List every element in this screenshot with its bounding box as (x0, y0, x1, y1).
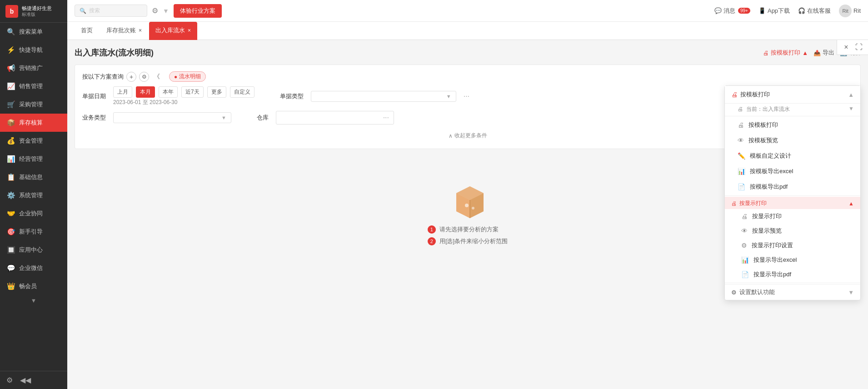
template-custom-item[interactable]: ✏️ 模板自定义设计 (725, 148, 860, 164)
tab-home[interactable]: 首页 (75, 22, 99, 40)
set-default-item[interactable]: ⚙ 设置默认功能 ▼ (725, 284, 860, 300)
settings-bottom-icon[interactable]: ⚙ (6, 376, 13, 384)
content-area: 出入库流水(流水明细) 🖨 按模板打印 ▲ 📤 导出 🔄 刷新 (67, 40, 868, 389)
industry-btn[interactable]: 体验行业方案 (174, 4, 222, 18)
sidebar-item-guide[interactable]: 🎯 新手引导 (0, 223, 67, 241)
user-avatar-area[interactable]: Rit Rit (839, 5, 861, 17)
display-print-item[interactable]: 🖨 按显示打印 (725, 209, 860, 224)
display-export-pdf-item[interactable]: 📄 按显示导出pdf (725, 267, 860, 282)
export-icon: 📤 (813, 50, 821, 56)
sidebar-item-purchase[interactable]: 🛒 采购管理 (0, 95, 67, 114)
export-button[interactable]: 📤 导出 (813, 49, 834, 57)
sidebar: b 畅捷通好生意 标准版 🔍 搜索菜单 ⚡ 快捷导航 📢 营销推广 📈 销售管理… (0, 0, 67, 389)
sidebar-scroll-down[interactable]: ▼ (0, 295, 67, 306)
divider-2 (725, 195, 860, 196)
app-download-icon: 📱 (758, 7, 766, 14)
message-badge: 99+ (738, 8, 750, 14)
date-btn-this-year[interactable]: 本年 (159, 86, 178, 98)
topbar-left: 🔍 搜索 ⚙ ▼ 体验行业方案 (75, 4, 222, 18)
filter-collapse-button[interactable]: 《 (152, 72, 162, 82)
date-btn-last-month[interactable]: 上月 (113, 86, 132, 98)
display-print-settings-item[interactable]: ⚙ 按显示打印设置 (725, 238, 860, 253)
date-btn-more[interactable]: 更多 (207, 86, 226, 98)
topbar: 🔍 搜索 ⚙ ▼ 体验行业方案 💬 消息 99+ 📱 App下载 🎧 在线客服 (67, 0, 868, 22)
sidebar-item-inventory[interactable]: 📦 库存核算 (0, 114, 67, 132)
filter-row-1: 按以下方案查询 + ⚙ 《 ● 流水明细 (82, 71, 853, 82)
tab-inout-flow[interactable]: 出入库流水 × (149, 22, 197, 40)
display-section-header[interactable]: 🖨 按显示打印 ▲ (725, 197, 860, 209)
bill-type-select[interactable]: ▼ (311, 91, 456, 102)
warehouse-more-button[interactable]: ··· (383, 114, 389, 122)
display-export-excel-item[interactable]: 📊 按显示导出excel (725, 253, 860, 267)
filter-tag-current[interactable]: ● 流水明细 (169, 71, 206, 82)
window-close-button[interactable]: × (841, 42, 852, 53)
collapse-icon: ∧ (449, 133, 453, 139)
headset-icon: 🎧 (798, 7, 805, 14)
template-export-excel-item[interactable]: 📊 按模板导出excel (725, 164, 860, 179)
app-download-item[interactable]: 📱 App下载 (758, 7, 790, 15)
display-settings-icon: ⚙ (741, 242, 747, 249)
business-type-select[interactable]: ▼ (113, 112, 231, 123)
printer-dropdown-icon: 🖨 (731, 91, 738, 98)
template-export-pdf-item[interactable]: 📄 按模板导出pdf (725, 179, 860, 194)
message-item[interactable]: 💬 消息 99+ (714, 7, 750, 15)
empty-steps: 1 请先选择要分析的方案 2 用[选]条件来缩小分析范围 (428, 225, 508, 249)
search-placeholder: 搜索 (89, 7, 100, 15)
sidebar-nav: 🔍 搜索菜单 ⚡ 快捷导航 📢 营销推广 📈 销售管理 🛒 采购管理 📦 库存核… (0, 23, 67, 371)
printer-icon: 🖨 (763, 50, 769, 56)
sidebar-item-app-center[interactable]: 🔲 应用中心 (0, 241, 67, 259)
finance-icon: 💰 (6, 137, 15, 145)
topbar-right: 💬 消息 99+ 📱 App下载 🎧 在线客服 Rit Rit (714, 5, 861, 17)
sidebar-logo: b 畅捷通好生意 标准版 (0, 0, 67, 23)
filter-add-button[interactable]: + (126, 72, 136, 82)
purchase-icon: 🛒 (6, 100, 15, 109)
divider-3 (725, 283, 860, 283)
filter-section-header: 按以下方案查询 + ⚙ 《 (82, 72, 162, 82)
sidebar-item-basic[interactable]: 📋 基础信息 (0, 168, 67, 186)
print-template-button[interactable]: 🖨 按模板打印 ▲ (763, 49, 808, 57)
window-maximize-button[interactable]: ⛶ (853, 42, 864, 53)
sidebar-item-system[interactable]: ⚙️ 系统管理 (0, 186, 67, 204)
topbar-gear-icon[interactable]: ⚙ (152, 6, 158, 15)
collapse-sidebar-icon[interactable]: ◀◀ (20, 376, 31, 384)
tab-inventory-batch[interactable]: 库存批次账 × (100, 22, 148, 40)
sidebar-item-search[interactable]: 🔍 搜索菜单 (0, 23, 67, 41)
template-print-item[interactable]: 🖨 按模板打印 (725, 117, 860, 133)
guide-icon: 🎯 (6, 228, 15, 236)
business-type-label: 业务类型 (82, 114, 106, 122)
app-logo-icon: b (5, 5, 18, 18)
dropdown-up-arrow[interactable]: ▲ (848, 91, 854, 98)
sidebar-item-wechat[interactable]: 💬 企业微信 (0, 259, 67, 277)
window-controls: × ⛶ (837, 40, 868, 55)
sidebar-item-operations[interactable]: 📊 经营管理 (0, 150, 67, 168)
tab-close-inventory-batch[interactable]: × (139, 27, 142, 34)
topbar-dropdown-arrow[interactable]: ▼ (163, 7, 169, 15)
sidebar-item-member[interactable]: 👑 畅会员 (0, 277, 67, 295)
sidebar-item-quick-nav[interactable]: ⚡ 快捷导航 (0, 41, 67, 59)
display-preview-icon: 👁 (741, 227, 748, 234)
system-icon: ⚙️ (6, 191, 15, 199)
template-preview-item[interactable]: 👁 按模板预览 (725, 133, 860, 148)
date-label: 单据日期 (82, 92, 106, 100)
member-icon: 👑 (6, 282, 15, 290)
display-preview-item[interactable]: 👁 按显示预览 (725, 224, 860, 238)
date-btn-this-month[interactable]: 本月 (136, 86, 155, 98)
sidebar-item-finance[interactable]: 💰 资金管理 (0, 132, 67, 150)
date-btn-last-7-days[interactable]: 近7天 (181, 86, 204, 98)
online-service-item[interactable]: 🎧 在线客服 (798, 7, 831, 15)
topbar-search-box[interactable]: 🔍 搜索 (75, 5, 147, 17)
date-range-display: 2023-06-01 至 2023-06-30 (113, 99, 254, 106)
sidebar-item-sales[interactable]: 📈 销售管理 (0, 77, 67, 95)
sidebar-item-enterprise[interactable]: 🤝 企业协同 (0, 204, 67, 223)
date-btn-custom[interactable]: 自定义 (230, 86, 254, 98)
more-options-button[interactable]: ··· (464, 92, 469, 100)
app-logo-text: 畅捷通好生意 标准版 (22, 5, 52, 17)
sidebar-item-marketing[interactable]: 📢 营销推广 (0, 59, 67, 77)
warehouse-select[interactable]: ··· (276, 111, 394, 125)
template-custom-icon: ✏️ (738, 152, 745, 160)
template-pdf-icon: 📄 (738, 183, 745, 190)
page-header: 出入库流水(流水明细) 🖨 按模板打印 ▲ 📤 导出 🔄 刷新 (75, 47, 861, 58)
print-dropdown-panel: 🖨 按模板打印 ▲ 🖨 当前：出入库流水 ▼ 🖨 按模板打印 👁 (724, 85, 861, 300)
tab-close-inout-flow[interactable]: × (188, 27, 191, 34)
filter-settings-button[interactable]: ⚙ (139, 72, 149, 82)
